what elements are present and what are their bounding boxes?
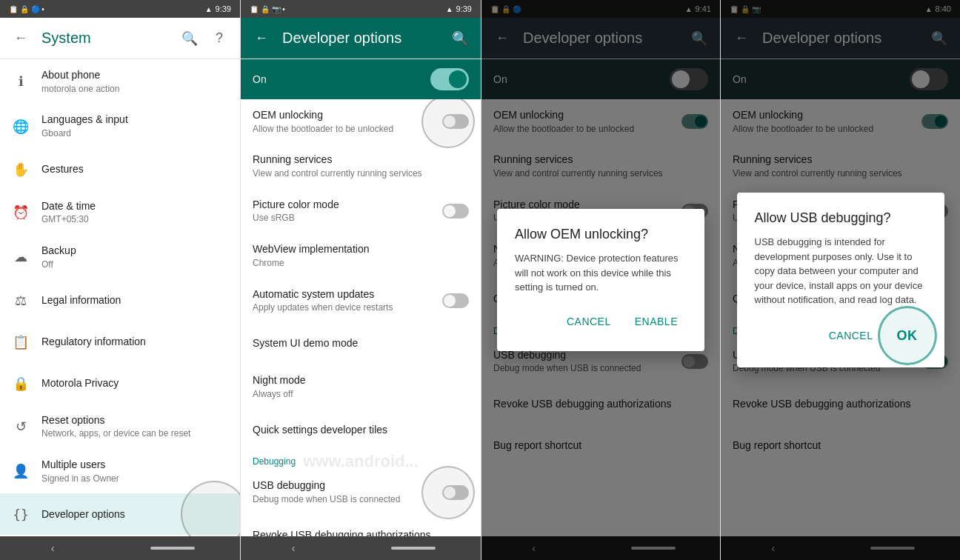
setting-languages-text: Languages & input Gboard [41,113,228,139]
setting-languages-subtitle: Gboard [41,127,228,140]
status-right-icons: ▲ 9:39 [205,4,231,13]
app-bar-title-1: System [41,30,169,47]
wifi-icon: ▲ [205,5,213,13]
dev-night[interactable]: Night mode Always off [241,364,481,409]
usb-dialog-actions: Cancel OK [755,322,927,350]
setting-motorola-title: Motorola Privacy [41,376,228,391]
setting-about-subtitle: motorola one action [41,83,228,96]
status-left-icons-2: 📋 🔒 📷 • [250,5,285,13]
setting-users[interactable]: 👤 Multiple users Signed in as Owner [0,449,240,493]
motorola-icon: 🔒 [12,375,30,393]
usb-dialog-title: Allow USB debugging? [755,210,927,226]
dev-revoke-text: Revoke USB debugging authorizations [253,528,469,536]
setting-languages[interactable]: 🌐 Languages & input Gboard [0,104,240,148]
search-button-2[interactable]: 🔍 [451,30,469,47]
setting-users-subtitle: Signed in as Owner [41,473,228,485]
dev-autoupdate-toggle[interactable] [442,293,469,308]
wifi-icon-2: ▲ [446,5,453,13]
setting-datetime-subtitle: GMT+05:30 [41,213,228,226]
back-button-1[interactable]: ← [12,30,30,47]
dev-revoke-title: Revoke USB debugging authorizations [253,528,469,536]
setting-datetime[interactable]: ⏰ Date & time GMT+05:30 [0,190,240,235]
regulatory-icon: 📋 [12,333,30,351]
dev-on-toggle[interactable] [430,68,469,90]
dev-color-subtitle: Use sRGB [253,212,442,224]
dev-night-subtitle: Always off [253,388,469,401]
setting-backup[interactable]: ☁ Backup Off [0,235,240,279]
setting-reset-title: Reset options [41,413,228,428]
setting-motorola[interactable]: 🔒 Motorola Privacy [0,363,240,404]
dev-oem[interactable]: OEM unlocking Allow the bootloader to be… [241,99,481,144]
dev-autoupdate[interactable]: Automatic system updates Apply updates w… [241,279,481,323]
status-bar-2: 📋 🔒 📷 • ▲ 9:39 [241,0,481,18]
status-bar-1: 📋 🔒 🔵 • ▲ 9:39 [0,0,240,18]
dev-revoke[interactable]: Revoke USB debugging authorizations [241,515,481,536]
dev-usb[interactable]: USB debugging Debug mode when USB is con… [241,470,481,514]
setting-legal[interactable]: ⚖ Legal information [0,280,240,321]
setting-system-updates[interactable]: 📱 System updates Updated to Android 9 [0,535,240,536]
setting-legal-text: Legal information [41,293,228,308]
dev-uidemo[interactable]: System UI demo mode [241,323,481,364]
dev-webview[interactable]: WebView implementation Chrome [241,233,481,278]
notification-icons-2: 📋 🔒 📷 • [250,5,285,13]
help-button-1[interactable]: ? [210,30,228,47]
backup-icon: ☁ [12,248,30,266]
setting-about-title: About phone [41,68,228,83]
setting-reset[interactable]: ↺ Reset options Network, apps, or device… [0,404,240,449]
dev-webview-title: WebView implementation [253,242,469,257]
dev-usb-toggle[interactable] [442,485,469,500]
dev-color-toggle[interactable] [442,204,469,219]
dev-color[interactable]: Picture color mode Use sRGB [241,189,481,233]
setting-regulatory[interactable]: 📋 Regulatory information [0,321,240,363]
usb-cancel-button[interactable]: Cancel [820,322,882,350]
status-left-icons: 📋 🔒 🔵 • [9,5,44,13]
setting-about[interactable]: ℹ About phone motorola one action [0,59,240,104]
dev-running[interactable]: Running services View and control curren… [241,144,481,188]
setting-developer-title: Developer options [41,507,228,522]
nav-pill-1 [150,547,195,550]
setting-gestures[interactable]: ✋ Gestures [0,149,240,190]
setting-datetime-title: Date & time [41,199,228,214]
setting-motorola-text: Motorola Privacy [41,376,228,391]
dev-usb-subtitle: Debug mode when USB is connected [253,493,442,506]
panel-system: 📋 🔒 🔵 • ▲ 9:39 ← System 🔍 ? ℹ About phon… [0,0,241,560]
developer-icon: {} [12,505,30,523]
setting-developer-text: Developer options [41,507,228,522]
dev-quicktiles-text: Quick settings developer tiles [253,423,469,438]
setting-reset-subtitle: Network, apps, or device can be reset [41,427,228,440]
oem-cancel-button[interactable]: Cancel [558,310,620,333]
usb-ok-button[interactable]: OK [888,322,927,350]
setting-reset-text: Reset options Network, apps, or device c… [41,413,228,440]
dev-on-header: On [241,59,481,99]
datetime-icon: ⏰ [12,204,30,221]
reset-icon: ↺ [12,418,30,436]
setting-gestures-text: Gestures [41,162,228,177]
oem-enable-button[interactable]: Enable [626,310,687,333]
dev-usb-title: USB debugging [253,479,442,493]
setting-developer[interactable]: {} Developer options [0,493,240,535]
nav-pill-2 [391,547,436,550]
setting-backup-title: Backup [41,244,228,259]
dev-settings-list-1: OEM unlocking Allow the bootloader to be… [241,99,481,536]
nav-back-1[interactable]: ‹ [45,541,60,556]
notification-icons: 📋 🔒 🔵 • [9,5,44,13]
nav-back-2[interactable]: ‹ [286,541,301,556]
setting-about-text: About phone motorola one action [41,68,228,95]
back-button-2[interactable]: ← [253,30,270,47]
setting-gestures-title: Gestures [41,162,228,177]
search-button-1[interactable]: 🔍 [181,30,199,47]
dev-running-text: Running services View and control curren… [253,153,469,179]
app-bar-2: ← Developer options 🔍 [241,18,481,59]
setting-users-text: Multiple users Signed in as Owner [41,458,228,484]
panel-developer-1: 📋 🔒 📷 • ▲ 9:39 ← Developer options 🔍 On … [241,0,481,560]
dev-autoupdate-title: Automatic system updates [253,287,442,302]
dev-usb-text: USB debugging Debug mode when USB is con… [253,479,442,505]
dev-oem-toggle[interactable] [442,114,469,129]
app-bar-1: ← System 🔍 ? [0,18,240,59]
nav-bar-2: ‹ [241,536,481,560]
dev-quicktiles[interactable]: Quick settings developer tiles [241,409,481,450]
languages-icon: 🌐 [12,118,30,136]
status-time-1: 9:39 [216,4,231,13]
dev-running-subtitle: View and control currently running servi… [253,167,469,180]
dev-uidemo-title: System UI demo mode [253,336,469,351]
